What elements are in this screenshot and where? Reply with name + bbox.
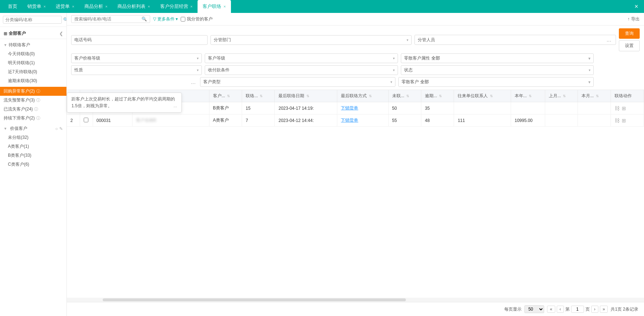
sidebar-item-7days[interactable]: 近7天待联络(0) xyxy=(0,67,66,76)
sidebar-item-all-customers[interactable]: ⊞ 全部客户 ❮ xyxy=(0,28,66,39)
page-number-input[interactable] xyxy=(571,306,584,313)
chevron-down-icon: ▾ xyxy=(407,38,408,42)
td-contact-person xyxy=(454,102,511,114)
export-button[interactable]: ↑ 导出 xyxy=(627,16,640,22)
sidebar-item-repurchase-anomaly[interactable]: 回购异常客户(2) ⓘ xyxy=(0,87,66,96)
sidebar-item-declining[interactable]: 持续下滑客户(2) ⓘ xyxy=(0,114,66,123)
th-uncontacted[interactable]: 未联... ⇅ xyxy=(388,90,421,102)
tree-group-value: ▼ 价值客户 ○ ✎ 未分组(32) A类客户(1) B类客户(33) xyxy=(0,123,66,170)
th-last-contact-way[interactable]: 最后联络方式 ⇅ xyxy=(337,90,388,102)
close-icon[interactable]: × xyxy=(148,4,150,9)
close-icon[interactable]: × xyxy=(72,4,74,9)
sort-icon[interactable]: ⇅ xyxy=(596,94,599,98)
nav-tab-customer-contact[interactable]: 客户联络 × xyxy=(198,0,231,13)
close-icon[interactable]: × xyxy=(105,4,107,9)
grid-icon[interactable]: ⊞ xyxy=(622,105,626,111)
close-icon[interactable]: × xyxy=(43,4,46,9)
nav-tab-analysis-list[interactable]: 商品分析列表 × xyxy=(112,0,155,13)
th-contact-count[interactable]: 联络... ⇅ xyxy=(242,90,275,102)
sort-icon[interactable]: ⇅ xyxy=(563,94,566,98)
td-checkbox[interactable] xyxy=(80,114,93,127)
th-contact-person[interactable]: 往来单位联系人 ⇅ xyxy=(454,90,511,102)
manager-input[interactable] xyxy=(436,37,605,42)
customer-grade-select[interactable]: 客户等级 ▾ xyxy=(205,53,398,63)
next-page-button[interactable]: › xyxy=(591,306,598,313)
help-icon[interactable]: ⓘ xyxy=(36,89,40,94)
prev-page-button[interactable]: ‹ xyxy=(557,306,564,313)
my-customer-checkbox[interactable] xyxy=(181,17,185,22)
settings-icon[interactable]: ✎ xyxy=(59,126,63,131)
page-size-select[interactable]: 50 20 100 xyxy=(524,305,544,313)
help-icon[interactable]: ⓘ xyxy=(34,107,38,112)
collapse-icon[interactable]: ❮ xyxy=(59,31,63,36)
th-customer-type[interactable]: 客户... ⇅ xyxy=(209,90,242,102)
sidebar-item-class-c[interactable]: C类客户(6) xyxy=(0,160,66,169)
customer-type-select[interactable]: 客户类型 ▾ xyxy=(200,77,395,87)
sidebar-item-churned[interactable]: 已流失客户(24) ⓘ xyxy=(0,105,66,114)
sort-icon[interactable]: ⇅ xyxy=(490,94,493,98)
th-last-contact-date[interactable]: 最后联络日期 ⇅ xyxy=(275,90,337,102)
grid-icon[interactable]: ⊞ xyxy=(622,118,626,123)
more-conditions-button[interactable]: ▽ 更多条件 ▾ xyxy=(153,16,178,22)
sidebar-item-overdue[interactable]: 逾期未联络(30) xyxy=(0,76,66,85)
sidebar-item-today[interactable]: 今天待联络(0) xyxy=(0,49,66,58)
phone-input[interactable] xyxy=(93,37,204,42)
edit-icon[interactable]: ○ xyxy=(55,126,58,131)
tooltip-more-icon[interactable]: ... xyxy=(173,103,177,109)
help-icon[interactable]: ⓘ xyxy=(36,115,40,121)
last-page-button[interactable]: » xyxy=(600,306,608,313)
sidebar-item-unclassified[interactable]: 未分组(32) xyxy=(0,133,66,142)
sidebar-item-class-b[interactable]: B类客户(33) xyxy=(0,151,66,160)
nature-select[interactable]: 性质 ▾ xyxy=(71,65,202,75)
sidebar-item-tomorrow[interactable]: 明天待联络(1) xyxy=(0,58,66,67)
close-icon[interactable]: × xyxy=(223,4,226,9)
scatter-attr-select[interactable]: 全部 ▾ xyxy=(431,55,590,61)
horizontal-scrollbar[interactable] xyxy=(67,298,644,302)
nav-tab-home[interactable]: 首页 xyxy=(3,0,22,13)
row-checkbox[interactable] xyxy=(84,118,88,122)
th-this-month[interactable]: 本月... ⇅ xyxy=(578,90,611,102)
link-icon[interactable]: ⛓ xyxy=(615,105,620,111)
query-button[interactable]: 查询 xyxy=(619,28,640,39)
price-grade-select[interactable]: 客户价格等级 ▾ xyxy=(71,53,202,63)
search-icon[interactable]: 🔍 xyxy=(142,16,147,22)
search-input[interactable] xyxy=(74,16,140,22)
nav-tab-sales[interactable]: 销货单 × xyxy=(22,0,51,13)
content-area: 🔍 ▽ 更多条件 ▾ 我分管的客户 ↑ 导出 电话号码 xyxy=(67,13,644,316)
nav-tab-customer-tier[interactable]: 客户分层经营 × xyxy=(155,0,198,13)
sort-icon[interactable]: ⇅ xyxy=(227,94,230,98)
sort-icon[interactable]: ⇅ xyxy=(439,94,442,98)
td-last-way: 下销货单 xyxy=(337,114,388,127)
th-last-month[interactable]: 上月... ⇅ xyxy=(545,90,578,102)
sidebar-search-input[interactable] xyxy=(3,16,62,24)
nav-tab-purchase[interactable]: 进货单 × xyxy=(51,0,79,13)
scrollbar-thumb[interactable] xyxy=(103,298,406,301)
link-icon[interactable]: ⛓ xyxy=(615,118,620,123)
sort-icon[interactable]: ⇅ xyxy=(306,94,309,98)
sort-icon[interactable]: ⇅ xyxy=(529,94,532,98)
sort-icon[interactable]: ⇅ xyxy=(369,94,372,98)
nav-tab-analysis[interactable]: 商品分析 × xyxy=(79,0,112,13)
dept-select[interactable]: 分管部门 ▾ xyxy=(210,35,412,45)
more-icon[interactable]: ... xyxy=(605,37,613,43)
close-all-button[interactable]: × xyxy=(631,3,641,10)
sort-icon[interactable]: ⇅ xyxy=(406,94,409,98)
scatter-customer-field: 零散客户 全部 ▾ xyxy=(398,77,594,87)
tree-group-value-title[interactable]: ▼ 价值客户 ○ ✎ xyxy=(0,124,66,133)
sidebar-item-churn-warning[interactable]: 流失预警客户(3) ⓘ xyxy=(0,96,66,105)
status-select[interactable]: 状态 ▾ xyxy=(401,65,594,75)
payment-select[interactable]: 收付款条件 ▾ xyxy=(205,65,398,75)
help-icon[interactable]: ⓘ xyxy=(36,98,40,103)
more-dots-icon[interactable]: ... xyxy=(189,79,197,85)
sidebar-item-class-a[interactable]: A类客户(1) xyxy=(0,142,66,151)
first-page-button[interactable]: « xyxy=(547,306,555,313)
td-last-month xyxy=(545,102,578,114)
sort-icon[interactable]: ⇅ xyxy=(260,94,263,98)
sidebar-search-icon[interactable]: 🔍 xyxy=(63,17,67,22)
tree-group-pending-title[interactable]: ▼ 待联络客户 xyxy=(0,41,66,49)
close-icon[interactable]: × xyxy=(190,4,193,9)
th-this-year[interactable]: 本年... ⇅ xyxy=(511,90,545,102)
th-overdue[interactable]: 逾期... ⇅ xyxy=(421,90,454,102)
scatter-customer-select[interactable]: 全部 ▾ xyxy=(420,79,590,85)
setting-button[interactable]: 设置 xyxy=(619,40,640,51)
